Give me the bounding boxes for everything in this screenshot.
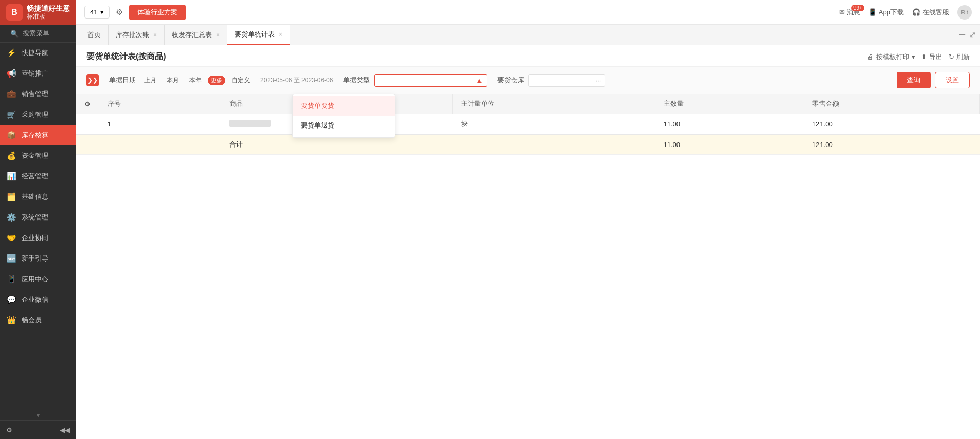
total-amount: 121.00 <box>804 134 980 155</box>
tab-bar: 首页 库存批次账 × 收发存汇总表 × 要货单统计表 × ─ ⤢ <box>76 25 980 45</box>
messages-action[interactable]: ✉ 消息 99+ <box>839 8 860 17</box>
print-icon: 🖨 <box>867 53 874 61</box>
tab-minimize-icon[interactable]: ─ <box>959 30 965 40</box>
date-btn-custom[interactable]: 自定义 <box>227 75 254 86</box>
sidebar-item-finance[interactable]: 💰 资金管理 <box>0 145 76 166</box>
tab-home-label: 首页 <box>87 30 101 40</box>
type-select-chevron-up: ▲ <box>476 77 483 84</box>
app-icon: 📱 <box>868 8 877 16</box>
sidebar-item-label: 应用中心 <box>22 275 48 284</box>
app-download-label: App下载 <box>879 8 904 17</box>
date-filter-group: 单据日期 上月 本月 本年 更多 自定义 2023-05-06 至 2023-0… <box>109 75 333 86</box>
sidebar-item-inventory[interactable]: 📦 库存核算 <box>0 125 76 145</box>
sidebar-item-label: 经营管理 <box>22 172 48 181</box>
warehouse-more-icon[interactable]: ··· <box>596 77 601 84</box>
vip-icon: 👑 <box>6 315 16 325</box>
trial-button[interactable]: 体验行业方案 <box>129 5 186 20</box>
type-dropdown-menu: 要货单要货 要货单退货 <box>292 94 395 138</box>
date-btn-last-month[interactable]: 上月 <box>140 75 161 86</box>
settings-button[interactable]: 设置 <box>935 72 970 88</box>
warehouse-filter-label: 要货仓库 <box>497 76 524 85</box>
app-download-action[interactable]: 📱 App下载 <box>868 8 904 17</box>
tab-order-stats[interactable]: 要货单统计表 × <box>227 25 290 45</box>
date-badge-more[interactable]: 更多 <box>208 76 225 85</box>
marketing-icon: 📢 <box>6 68 16 79</box>
page-actions: 🖨 按模板打印 ▾ ⬆ 导出 ↻ 刷新 <box>867 52 970 62</box>
online-service-action[interactable]: 🎧 在线客服 <box>912 8 949 17</box>
company-selector[interactable]: 41 ▾ <box>84 6 110 19</box>
tab-inventory-batch-close[interactable]: × <box>153 31 157 39</box>
tab-dispatch-summary[interactable]: 收发存汇总表 × <box>165 25 227 45</box>
system-icon: ⚙️ <box>6 212 16 223</box>
sidebar-item-sales[interactable]: 💼 销售管理 <box>0 84 76 104</box>
sidebar-item-marketing[interactable]: 📢 营销推广 <box>0 63 76 84</box>
sidebar-item-wechat[interactable]: 💬 企业微信 <box>0 289 76 310</box>
company-dropdown-icon: ▾ <box>100 8 104 16</box>
tab-order-stats-close[interactable]: × <box>279 31 282 38</box>
date-range-display: 2023-05-06 至 2023-06-06 <box>260 76 333 85</box>
refresh-button[interactable]: ↻ 刷新 <box>949 52 970 62</box>
print-dropdown-icon: ▾ <box>912 53 915 61</box>
sidebar-item-corp[interactable]: 🤝 企业协同 <box>0 228 76 248</box>
tab-dispatch-summary-close[interactable]: × <box>216 31 220 39</box>
tab-inventory-batch-label: 库存批次账 <box>116 30 149 40</box>
settings-bottom-icon[interactable]: ⚙ <box>6 426 12 434</box>
header-settings-icon[interactable]: ⚙ <box>116 7 123 17</box>
dropdown-item-order-request[interactable]: 要货单要货 <box>293 96 395 116</box>
table-row: 1 块 11.00 121.00 <box>76 114 980 135</box>
tab-actions: ─ ⤢ <box>959 30 976 40</box>
sidebar-logo: B 畅捷通好生意 标准版 <box>0 0 76 25</box>
data-table-container: ⚙ 序号 商品 主计量单位 主数量 零售金额 1 <box>76 94 980 155</box>
export-button[interactable]: ⬆ 导出 <box>921 52 942 62</box>
messages-badge: 99+ <box>851 5 864 11</box>
sidebar-item-system[interactable]: ⚙️ 系统管理 <box>0 207 76 228</box>
sidebar-item-vip[interactable]: 👑 畅会员 <box>0 310 76 331</box>
header-left: 41 ▾ ⚙ 体验行业方案 <box>84 5 186 20</box>
sidebar: B 畅捷通好生意 标准版 🔍 搜索菜单 ⚡ 快捷导航 📢 营销推广 💼 销售管理… <box>0 0 76 439</box>
sidebar-item-label: 采购管理 <box>22 110 48 119</box>
action-buttons: 查询 设置 <box>897 72 970 88</box>
sales-icon: 💼 <box>6 89 16 99</box>
dropdown-item-order-return[interactable]: 要货单退货 <box>293 116 395 135</box>
date-btn-this-month[interactable]: 本月 <box>163 75 183 86</box>
total-qty: 11.00 <box>655 134 804 155</box>
row-unit: 块 <box>453 114 655 135</box>
total-row: 合计 11.00 121.00 <box>76 134 980 155</box>
collapse-icon[interactable]: ◀◀ <box>60 426 70 434</box>
sidebar-item-purchase[interactable]: 🛒 采购管理 <box>0 104 76 125</box>
sidebar-item-label: 资金管理 <box>22 151 48 160</box>
sidebar-search[interactable]: 🔍 搜索菜单 <box>0 25 76 43</box>
main-area: 41 ▾ ⚙ 体验行业方案 ✉ 消息 99+ 📱 App下载 🎧 在线客服 Ri… <box>76 0 980 439</box>
sidebar-item-basic[interactable]: 🗂️ 基础信息 <box>0 187 76 207</box>
operations-icon: 📊 <box>6 171 16 181</box>
filter-expand-button[interactable]: ❯❯ <box>86 74 99 86</box>
export-icon: ⬆ <box>921 53 927 61</box>
tab-home[interactable]: 首页 <box>80 25 109 45</box>
warehouse-select[interactable]: ··· <box>528 74 605 87</box>
row-settings <box>76 114 99 135</box>
user-avatar[interactable]: Rit <box>957 5 972 20</box>
row-amount: 121.00 <box>804 114 980 135</box>
print-button[interactable]: 🖨 按模板打印 ▾ <box>867 52 915 62</box>
guide-icon: 🆕 <box>6 253 16 264</box>
data-table: ⚙ 序号 商品 主计量单位 主数量 零售金额 1 <box>76 94 980 155</box>
query-button[interactable]: 查询 <box>897 72 931 88</box>
finance-icon: 💰 <box>6 151 16 161</box>
sidebar-scroll: ▼ <box>0 410 76 420</box>
tab-expand-icon[interactable]: ⤢ <box>969 30 976 40</box>
date-btn-this-year[interactable]: 本年 <box>185 75 206 86</box>
col-settings[interactable]: ⚙ <box>76 94 99 114</box>
sidebar-item-quick-nav[interactable]: ⚡ 快捷导航 <box>0 43 76 63</box>
type-filter-group: 单据类型 ▲ <box>343 74 487 87</box>
tab-inventory-batch[interactable]: 库存批次账 × <box>109 25 165 45</box>
header-right: ✉ 消息 99+ 📱 App下载 🎧 在线客服 Rit <box>839 5 972 20</box>
type-select[interactable]: ▲ <box>374 74 487 87</box>
sidebar-item-label: 企业协同 <box>22 233 48 243</box>
sidebar-item-guide[interactable]: 🆕 新手引导 <box>0 248 76 269</box>
sidebar-item-label: 营销推广 <box>22 69 48 78</box>
app-version: 标准版 <box>27 13 70 21</box>
sidebar-item-operations[interactable]: 📊 经营管理 <box>0 166 76 187</box>
sidebar-item-apps[interactable]: 📱 应用中心 <box>0 269 76 289</box>
logo-icon: B <box>6 4 23 21</box>
sidebar-item-label: 基础信息 <box>22 192 48 202</box>
